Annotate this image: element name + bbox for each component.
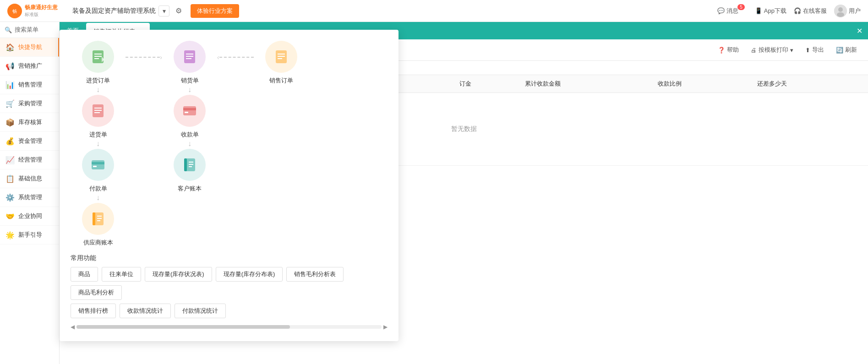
sales-bill-icon bbox=[174, 41, 206, 73]
horizontal-arrow-2: ‹ bbox=[217, 41, 254, 61]
func-btn-contacts[interactable]: 往来单位 bbox=[102, 267, 141, 282]
sales-order-label: 销售订单 bbox=[269, 76, 293, 85]
flow-col-left: 进货订单 ↓ 进货单 ↓ 付款单 bbox=[71, 41, 126, 247]
func-btn-payment-stat[interactable]: 付款情况统计 bbox=[175, 304, 226, 318]
purchase-bill-label: 进货单 bbox=[89, 130, 107, 139]
func-btn-current-stock-dist[interactable]: 现存量(库存分布表) bbox=[216, 267, 283, 282]
flow-col-right: 销货单 ↓ 收款单 ↓ 客户账本 bbox=[162, 41, 217, 193]
modal-box: 进货订单 ↓ 进货单 ↓ 付款单 bbox=[60, 30, 399, 341]
sales-bill-label: 销货单 bbox=[181, 76, 199, 85]
purchase-order-icon bbox=[82, 41, 114, 73]
customer-ledger-label: 客户账本 bbox=[178, 185, 202, 193]
svg-rect-14 bbox=[92, 160, 104, 169]
supplier-ledger-icon bbox=[82, 203, 114, 235]
scroll-track-area[interactable] bbox=[76, 325, 382, 329]
svg-rect-27 bbox=[183, 108, 196, 110]
supplier-ledger-label: 供应商账本 bbox=[83, 239, 113, 247]
scroll-left-btn[interactable]: ◀ bbox=[71, 324, 75, 330]
svg-rect-15 bbox=[92, 162, 104, 164]
func-btn-sales-rank[interactable]: 销售排行榜 bbox=[71, 304, 116, 318]
svg-rect-26 bbox=[183, 106, 196, 115]
flow-node-sales-order: 销售订单 bbox=[254, 41, 309, 85]
func-btn-receipt-stat[interactable]: 收款情况统计 bbox=[120, 304, 171, 318]
svg-rect-28 bbox=[185, 112, 188, 113]
arrow-down-2: ↓ bbox=[96, 140, 100, 148]
flow-col-sales-order: 销售订单 bbox=[254, 41, 309, 85]
func-buttons: 商品 往来单位 现存量(库存状况表) 现存量(库存分布表) 销售毛利分析表 商品… bbox=[71, 267, 388, 300]
func-btn-sales-margin[interactable]: 销售毛利分析表 bbox=[286, 267, 344, 282]
sales-order-icon bbox=[265, 41, 297, 73]
arrow-down-sales-1: ↓ bbox=[188, 86, 191, 94]
payment-icon bbox=[82, 149, 114, 181]
svg-rect-18 bbox=[93, 212, 95, 225]
common-functions-title: 常用功能 bbox=[71, 254, 388, 262]
scroll-nav: ◀ ▶ bbox=[71, 324, 388, 330]
svg-rect-30 bbox=[184, 158, 187, 171]
arrow-down-1: ↓ bbox=[96, 86, 100, 94]
horizontal-arrow-1: › bbox=[126, 41, 162, 61]
scroll-right-btn[interactable]: ▶ bbox=[383, 324, 388, 330]
app-container: 畅 畅康通好生意 标准版 装备及固定资产辅助管理系统 ▾ ⚙ 体验行业方案 💬 … bbox=[0, 0, 868, 364]
func-buttons-row2: 销售排行榜 收款情况统计 付款情况统计 bbox=[71, 304, 388, 318]
common-functions: 常用功能 商品 往来单位 现存量(库存状况表) 现存量(库存分布表) 销售毛利分… bbox=[71, 254, 388, 318]
arrow-down-3: ↓ bbox=[96, 194, 100, 202]
purchase-bill-icon bbox=[82, 95, 114, 127]
flow-diagram: 进货订单 ↓ 进货单 ↓ 付款单 bbox=[71, 41, 388, 247]
flow-node-supplier-ledger: 供应商账本 bbox=[71, 203, 126, 247]
flow-node-customer-ledger: 客户账本 bbox=[162, 149, 217, 193]
flow-node-purchase-order: 进货订单 bbox=[71, 41, 126, 85]
customer-ledger-icon bbox=[174, 149, 206, 181]
arrow-down-sales-2: ↓ bbox=[188, 140, 191, 148]
modal-scroll: ◀ ▶ bbox=[71, 324, 388, 330]
flow-node-sales-bill: 销货单 bbox=[162, 41, 217, 85]
modal-overlay[interactable]: 进货订单 ↓ 进货单 ↓ 付款单 bbox=[0, 0, 868, 364]
func-btn-product[interactable]: 商品 bbox=[71, 267, 98, 282]
func-btn-current-stock-status[interactable]: 现存量(库存状况表) bbox=[145, 267, 212, 282]
payment-label: 付款单 bbox=[89, 185, 107, 193]
receipt-icon bbox=[174, 95, 206, 127]
purchase-order-label: 进货订单 bbox=[86, 76, 110, 85]
flow-node-receipt: 收款单 bbox=[162, 95, 217, 139]
flow-node-payment: 付款单 bbox=[71, 149, 126, 193]
svg-rect-16 bbox=[93, 166, 97, 167]
flow-node-purchase-bill: 进货单 bbox=[71, 95, 126, 139]
func-btn-product-margin[interactable]: 商品毛利分析 bbox=[71, 285, 122, 300]
scroll-thumb bbox=[76, 325, 290, 329]
scroll-track bbox=[76, 325, 382, 329]
receipt-label: 收款单 bbox=[181, 130, 199, 139]
